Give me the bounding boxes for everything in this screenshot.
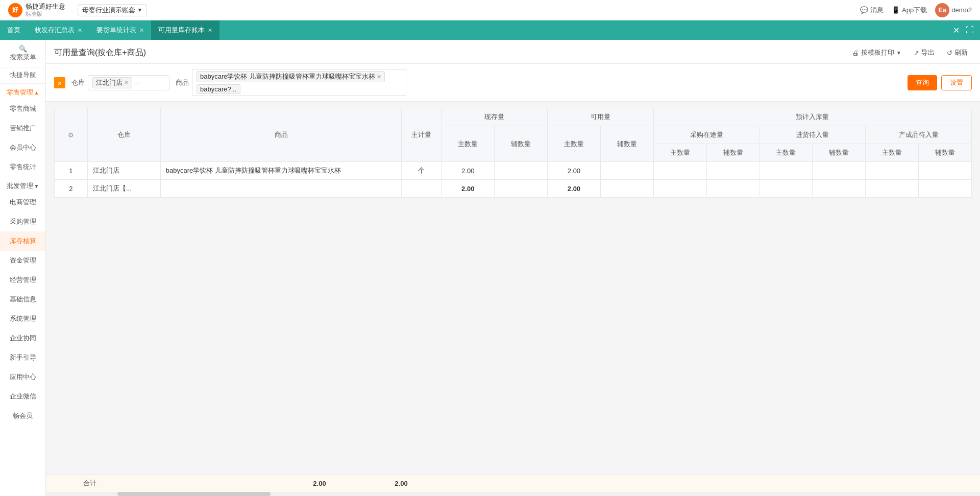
tab-bar-actions: ✕ ⛶ [947, 26, 980, 35]
sidebar-item-inventory[interactable]: 库存核算 [0, 231, 45, 251]
sidebar-item-enterprise-wechat[interactable]: 企业微信 [0, 387, 45, 406]
sidebar-item-operations[interactable]: 经营管理 [0, 270, 45, 290]
footer-label: 合计 [54, 479, 126, 488]
print-chevron-icon: ▼ [896, 50, 901, 56]
top-bar-left: 好 畅捷通好生意 标准版 母婴行业演示账套 ▼ [8, 3, 147, 17]
sidebar-item-member[interactable]: 会员中心 [0, 138, 45, 157]
th-goods-pending-aux: 辅数量 [813, 144, 866, 162]
sidebar-item-marketing[interactable]: 营销推广 [0, 119, 45, 138]
tab-available[interactable]: 可用量库存账本 ✕ [151, 20, 219, 40]
scroll-thumb[interactable] [117, 492, 271, 496]
industry-selector[interactable]: 母婴行业演示账套 ▼ [78, 4, 147, 16]
th-available-main: 主数量 [548, 126, 601, 162]
th-current-aux: 辅数量 [495, 126, 548, 162]
product-tag-close-0[interactable]: ✕ [377, 74, 381, 80]
sidebar-item-finance[interactable]: 资金管理 [0, 251, 45, 270]
tab-orders[interactable]: 要货单统计表 ✕ [89, 20, 151, 40]
table-footer: 合计 2.00 2.00 [46, 474, 980, 492]
sidebar-search[interactable]: 🔍 搜索菜单 [0, 40, 45, 67]
cell-goods-pending-main-1 [760, 180, 813, 198]
th-current-stock: 现存量 [442, 108, 548, 126]
top-bar: 好 畅捷通好生意 标准版 母婴行业演示账套 ▼ 💬 消息 📱 App下载 Ea … [0, 0, 980, 20]
sidebar-item-purchase[interactable]: 采购管理 [0, 212, 45, 231]
warehouse-filter-group: 仓库 江北门店 ✕ ··· [71, 75, 169, 90]
sidebar-item-retail-stats[interactable]: 零售统计 [0, 157, 45, 177]
query-button[interactable]: 查询 [908, 75, 937, 90]
sidebar-item-system[interactable]: 系统管理 [0, 309, 45, 328]
cell-products-pending-main-0 [866, 162, 919, 180]
refresh-icon: ↺ [947, 49, 952, 57]
warehouse-tag-close[interactable]: ✕ [124, 79, 129, 86]
sidebar-item-retail-mgmt[interactable]: 零售管理 ▲ [0, 83, 45, 99]
user-menu[interactable]: Ea demo2 [935, 3, 972, 17]
sidebar-item-wholesale-mgmt[interactable]: 批发管理 ▼ [0, 177, 45, 193]
close-all-tabs-icon[interactable]: ✕ [953, 26, 960, 35]
th-goods-pending-main: 主数量 [760, 144, 813, 162]
th-warehouse: 仓库 [87, 108, 160, 162]
sidebar: 🔍 搜索菜单 快捷导航 零售管理 ▲ 零售商城 营销推广 会员中心 零售统计 批… [0, 40, 46, 496]
settings-icon[interactable]: ⚙ [68, 131, 74, 139]
filter-actions: 查询 设置 [908, 75, 972, 90]
tab-close-orders[interactable]: ✕ [139, 27, 144, 34]
cell-goods-pending-main-0 [760, 162, 813, 180]
cell-available-aux-1 [600, 180, 653, 198]
setting-button[interactable]: 设置 [941, 75, 972, 90]
cell-warehouse-0: 江北门店 [87, 162, 160, 180]
th-available-aux: 辅数量 [600, 126, 653, 162]
tab-close-receipts[interactable]: ✕ [78, 27, 82, 34]
warehouse-tag: 江北门店 ✕ [92, 77, 132, 88]
main-area: 🔍 搜索菜单 快捷导航 零售管理 ▲ 零售商城 营销推广 会员中心 零售统计 批… [0, 40, 980, 496]
sidebar-item-retail-mall[interactable]: 零售商城 [0, 99, 45, 119]
th-forecast-in: 预计入库量 [653, 108, 971, 126]
app-icon: 📱 [892, 6, 900, 14]
chevron-up-icon: ▲ [34, 90, 39, 96]
warehouse-filter-input[interactable]: 江北门店 ✕ ··· [88, 75, 169, 90]
cell-products-pending-aux-1 [919, 180, 972, 198]
filter-bar: » 仓库 江北门店 ✕ ··· 商品 babycare学饮杯 儿童防摔防撞吸管杯… [46, 64, 980, 102]
tab-home[interactable]: 首页 [0, 20, 28, 40]
warehouse-ellipsis: ··· [134, 79, 140, 86]
product-filter-label: 商品 [176, 78, 189, 87]
cell-purchase-transit-aux-1 [706, 180, 760, 198]
app-download-button[interactable]: 📱 App下载 [892, 6, 927, 15]
cell-purchase-transit-aux-0 [706, 162, 760, 180]
cell-unit-1 [402, 180, 442, 198]
tab-close-available[interactable]: ✕ [208, 27, 212, 34]
product-filter-input[interactable]: babycare学饮杯 儿童防摔防撞吸管杯重力球吸嘴杯宝宝水杯 ✕ babyca… [192, 69, 406, 96]
cell-purchase-transit-main-1 [653, 180, 706, 198]
sidebar-quick-nav[interactable]: 快捷导航 [0, 67, 45, 83]
page-title: 可用量查询(按仓库+商品) [54, 48, 146, 58]
cell-products-pending-main-1 [866, 180, 919, 198]
expand-icon[interactable]: ⛶ [966, 26, 974, 35]
sidebar-item-enterprise[interactable]: 企业协同 [0, 328, 45, 348]
th-goods-pending: 进货待入量 [760, 126, 866, 144]
sidebar-item-base-info[interactable]: 基础信息 [0, 290, 45, 309]
th-products-pending: 产成品待入量 [866, 126, 972, 144]
top-bar-right: 💬 消息 📱 App下载 Ea demo2 [860, 3, 972, 17]
print-button[interactable]: 🖨 按模板打印 ▼ [848, 46, 905, 59]
sidebar-item-vip-member[interactable]: 畅会员 [0, 406, 45, 426]
cell-current-main-1: 2.00 [442, 180, 495, 198]
message-button[interactable]: 💬 消息 [860, 6, 884, 15]
footer-available-main: 2.00 [381, 480, 422, 487]
th-available: 可用量 [548, 108, 654, 126]
tab-bar: 首页 收发存汇总表 ✕ 要货单统计表 ✕ 可用量库存账本 ✕ ✕ ⛶ [0, 20, 980, 40]
refresh-button[interactable]: ↺ 刷新 [943, 46, 972, 59]
cell-goods-pending-aux-0 [813, 162, 866, 180]
print-icon: 🖨 [852, 49, 859, 57]
cell-product-0: babycare学饮杯 儿童防摔防撞吸管杯重力球吸嘴杯宝宝水杯 [160, 162, 402, 180]
th-products-pending-aux: 辅数量 [919, 144, 972, 162]
th-products-pending-main: 主数量 [866, 144, 919, 162]
avatar: Ea [935, 3, 949, 17]
sidebar-item-new-guide[interactable]: 新手引导 [0, 348, 45, 367]
th-purchase-transit: 采购在途量 [653, 126, 760, 144]
table-row: 2 江北门店【... 2.00 2.00 [55, 180, 972, 198]
th-unit: 主计量 [402, 108, 442, 162]
export-button[interactable]: ↗ 导出 [910, 46, 939, 59]
sidebar-item-ecommerce[interactable]: 电商管理 [0, 193, 45, 212]
cell-product-1 [160, 180, 402, 198]
filter-expand-button[interactable]: » [54, 77, 65, 88]
sidebar-item-app-center[interactable]: 应用中心 [0, 367, 45, 387]
footer-current-main: 2.00 [299, 480, 340, 487]
tab-receipts[interactable]: 收发存汇总表 ✕ [28, 20, 89, 40]
